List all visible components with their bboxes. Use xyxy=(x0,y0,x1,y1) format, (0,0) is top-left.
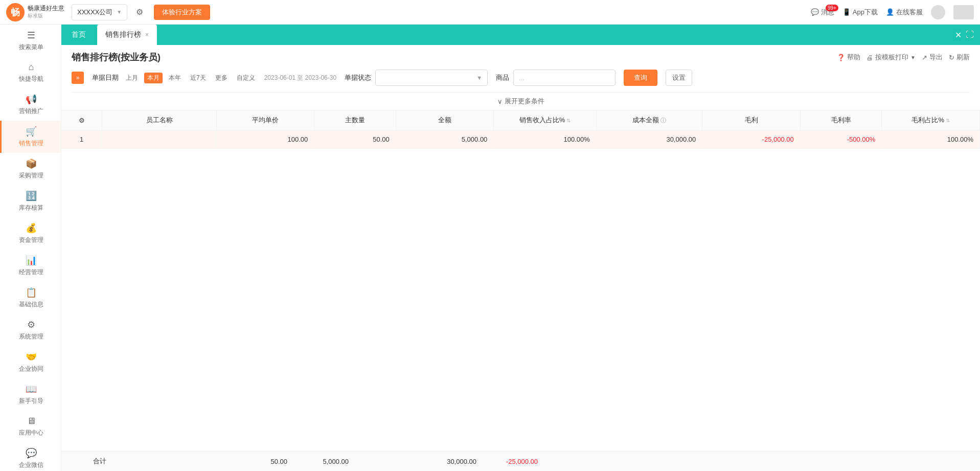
app-download-button[interactable]: 📱 App下载 xyxy=(842,8,878,17)
message-badge: 99+ xyxy=(826,5,838,11)
date-opt-custom[interactable]: 自定义 xyxy=(234,73,258,83)
date-opt-year[interactable]: 本年 xyxy=(166,73,184,83)
settings-icon[interactable]: ⚙ xyxy=(131,4,148,20)
goods-input[interactable]: ... xyxy=(513,70,616,86)
date-opt-prev-month[interactable]: 上月 xyxy=(123,73,141,83)
print-template-label: 按模板打印 xyxy=(875,53,908,62)
sidebar-item-management[interactable]: 📊 经营管理 xyxy=(0,250,61,282)
sidebar-item-quicknav[interactable]: ⌂ 快捷导航 xyxy=(0,57,61,88)
cell-rank: 1 xyxy=(61,130,102,149)
sidebar-item-label: 企业协同 xyxy=(19,365,43,373)
message-icon: 💬 xyxy=(811,8,819,16)
expand-more-label: 展开更多条件 xyxy=(505,97,544,106)
footer-cost-cell: 30,000.00 xyxy=(410,458,476,465)
table-spacer xyxy=(61,149,980,451)
management-icon: 📊 xyxy=(26,255,37,266)
page-title-row: 销售排行榜(按业务员) ❓ 帮助 🖨 按模板打印 ▼ ↗ xyxy=(72,51,970,63)
export-label: 导出 xyxy=(929,53,943,62)
cell-avg-price: 100.00 xyxy=(216,130,314,149)
service-icon: 👤 xyxy=(886,8,894,16)
sidebar-item-wechat[interactable]: 💬 企业微信 xyxy=(0,442,61,471)
footer-amount-cell: 5,000.00 xyxy=(287,458,349,465)
page-actions: ❓ 帮助 🖨 按模板打印 ▼ ↗ 导出 ↻ xyxy=(837,53,970,62)
expand-more-bar[interactable]: ∨ 展开更多条件 xyxy=(72,92,970,110)
sidebar-item-finance[interactable]: 💰 资金管理 xyxy=(0,217,61,250)
date-opt-more[interactable]: 更多 xyxy=(212,73,231,83)
sidebar-item-enterprise[interactable]: 🤝 企业协同 xyxy=(0,346,61,378)
message-button[interactable]: 💬 消息 99+ xyxy=(811,8,834,17)
sidebar-item-guide[interactable]: 📖 新手引导 xyxy=(0,378,61,411)
tab-sales-ranking[interactable]: 销售排行榜 × xyxy=(97,25,157,45)
col-header-settings[interactable]: ⚙ xyxy=(61,110,102,130)
sidebar-item-marketing[interactable]: 📢 营销推广 xyxy=(0,88,61,121)
filter-row: » 单据日期 上月 本月 本年 近7天 更多 自定义 xyxy=(72,70,970,86)
appstore-icon: 🖥 xyxy=(27,416,36,427)
trial-button[interactable]: 体验行业方案 xyxy=(154,5,210,20)
chevron-down-icon: ▼ xyxy=(476,75,482,81)
table-header-row: ⚙ 员工名称 平均单价 主数量 全额 销售收入占比%⇅ 成本全额ⓘ xyxy=(61,110,980,130)
print-icon: 🖨 xyxy=(867,54,873,61)
sidebar-item-inventory[interactable]: 🔢 库存核算 xyxy=(0,185,61,217)
chevron-down-icon: ∨ xyxy=(497,98,503,105)
sidebar-item-label: 快捷导航 xyxy=(19,75,43,83)
avatar[interactable] xyxy=(931,5,945,19)
sidebar-item-basic[interactable]: 📋 基础信息 xyxy=(0,282,61,314)
sidebar-item-label: 资金管理 xyxy=(19,236,43,244)
tab-home[interactable]: 首页 xyxy=(61,25,96,45)
refresh-button[interactable]: ↻ 刷新 xyxy=(949,53,970,62)
data-table: ⚙ 员工名称 平均单价 主数量 全额 销售收入占比%⇅ 成本全额ⓘ xyxy=(61,110,980,149)
company-selector[interactable]: XXXXX公司 ▼ xyxy=(72,4,127,20)
user-name[interactable] xyxy=(953,5,974,19)
info-icon[interactable]: ⓘ xyxy=(660,117,666,123)
tab-label: 销售排行榜 xyxy=(105,30,141,39)
sidebar-item-appstore[interactable]: 🖥 应用中心 xyxy=(0,411,61,442)
search-menu-icon: ☰ xyxy=(27,30,35,41)
tab-bar: 首页 销售排行榜 × ✕ ⛶ xyxy=(61,25,980,45)
cell-gross-rate: -500.00% xyxy=(800,130,882,149)
close-window-icon[interactable]: ✕ xyxy=(955,30,962,40)
sidebar-item-label: 系统管理 xyxy=(19,332,43,341)
status-filter-label: 单据状态 xyxy=(345,73,371,82)
sidebar-item-system[interactable]: ⚙ 系统管理 xyxy=(0,314,61,346)
export-button[interactable]: ↗ 导出 xyxy=(922,53,943,62)
sidebar-item-label: 搜索菜单 xyxy=(19,43,43,52)
refresh-icon: ↻ xyxy=(949,54,954,61)
close-icon[interactable]: × xyxy=(145,31,149,38)
table-container: ⚙ 员工名称 平均单价 主数量 全额 销售收入占比%⇅ 成本全额ⓘ xyxy=(61,110,980,471)
sidebar-item-label: 销售管理 xyxy=(19,139,43,148)
status-select[interactable]: ▼ xyxy=(375,70,488,86)
refresh-label: 刷新 xyxy=(956,53,970,62)
footer-label-area: 合计 xyxy=(67,457,175,466)
maximize-icon[interactable]: ⛶ xyxy=(966,30,974,39)
date-opt-7days[interactable]: 近7天 xyxy=(187,73,209,83)
chevron-down-icon: ▼ xyxy=(910,55,916,60)
goods-input-placeholder: ... xyxy=(519,74,525,82)
col-header-gross-pct: 毛利占比%⇅ xyxy=(882,110,980,130)
print-template-button[interactable]: 🖨 按模板打印 ▼ xyxy=(867,53,916,62)
sort-icon[interactable]: ⇅ xyxy=(566,118,571,123)
date-options: 上月 本月 本年 近7天 更多 自定义 xyxy=(123,73,258,83)
sidebar-item-sales[interactable]: 🛒 销售管理 xyxy=(0,121,61,153)
table-row: 1 100.00 50.00 5,000.00 100.00% 30,000.0… xyxy=(61,130,980,149)
wechat-icon: 💬 xyxy=(26,447,37,459)
main-layout: ☰ 搜索菜单 ⌂ 快捷导航 📢 营销推广 🛒 销售管理 📦 采购管理 🔢 库存核… xyxy=(0,25,980,471)
help-button[interactable]: ❓ 帮助 xyxy=(837,53,860,62)
gear-icon: ⚙ xyxy=(79,117,85,124)
guide-icon: 📖 xyxy=(26,384,37,395)
query-button[interactable]: 查询 xyxy=(624,70,657,86)
settings-text-button[interactable]: 设置 xyxy=(666,70,692,86)
sidebar-item-search[interactable]: ☰ 搜索菜单 xyxy=(0,25,61,57)
home-icon: ⌂ xyxy=(29,62,34,73)
filter-expand-icon[interactable]: » xyxy=(72,72,84,84)
col-header-cost: 成本全额ⓘ xyxy=(596,110,702,130)
app-download-label: App下载 xyxy=(853,8,878,17)
logo-text-block: 畅康通好生意 标准版 xyxy=(28,5,64,20)
sidebar-item-purchase[interactable]: 📦 采购管理 xyxy=(0,153,61,185)
date-opt-current-month[interactable]: 本月 xyxy=(144,73,163,83)
online-service-button[interactable]: 👤 在线客服 xyxy=(886,8,923,17)
basic-info-icon: 📋 xyxy=(26,287,37,298)
tab-home-label: 首页 xyxy=(72,30,86,39)
tab-bar-right: ✕ ⛶ xyxy=(955,30,980,40)
marketing-icon: 📢 xyxy=(26,94,37,105)
sort-icon2[interactable]: ⇅ xyxy=(946,118,950,123)
